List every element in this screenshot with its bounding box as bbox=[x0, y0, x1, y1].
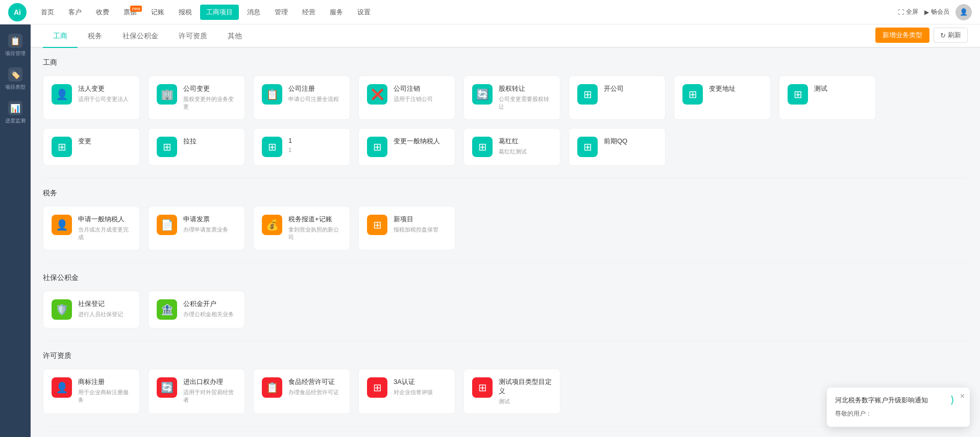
card-text-1-0: 申请一般纳税人当月或次月成变更完成 bbox=[78, 215, 131, 242]
card-name-3-3: 3A认证 bbox=[394, 377, 447, 387]
card-item-0-12[interactable]: ⊞葛红红葛红红测试 bbox=[463, 128, 560, 166]
nav-item-票据[interactable]: 票据new bbox=[117, 5, 143, 20]
avatar[interactable]: 👤 bbox=[955, 4, 972, 20]
card-item-3-1[interactable]: 🔄进出口权办理适用于对外贸易经营者 bbox=[148, 369, 245, 414]
card-item-0-10[interactable]: ⊞11 bbox=[253, 128, 350, 166]
card-name-0-8: 变更 bbox=[78, 137, 131, 146]
card-item-2-0[interactable]: 🛡️社保登记进行人员社保登记 bbox=[43, 291, 140, 328]
card-item-0-5[interactable]: ⊞开公司 bbox=[569, 75, 666, 120]
card-text-3-4: 测试项目类型目定义测试 bbox=[499, 377, 552, 405]
card-desc-0-10: 1 bbox=[288, 146, 341, 154]
notification-close-btn[interactable]: × bbox=[960, 392, 965, 401]
nav-item-首页[interactable]: 首页 bbox=[35, 5, 60, 20]
card-name-3-1: 进出口权办理 bbox=[183, 377, 236, 387]
logo[interactable]: Ai bbox=[8, 3, 27, 21]
tab-税务[interactable]: 税务 bbox=[78, 24, 112, 48]
tab-工商[interactable]: 工商 bbox=[43, 24, 78, 48]
tabs-bar: 工商税务社保公积金许可资质其他 新增业务类型 ↻ 刷新 bbox=[31, 24, 980, 48]
card-name-1-2: 税务报道+记账 bbox=[288, 215, 341, 224]
cards-grid-1: 👤申请一般纳税人当月或次月成变更完成📄申请发票办理申请发票业务💰税务报道+记账拿… bbox=[43, 206, 968, 250]
card-icon-0-10: ⊞ bbox=[262, 137, 282, 157]
card-item-0-11[interactable]: ⊞变更一般纳税人 bbox=[358, 128, 455, 166]
card-item-3-2[interactable]: 📋食品经营许可证办理食品经营许可证 bbox=[253, 369, 350, 414]
card-item-0-0[interactable]: 👤法人变更适用于公司变更法人 bbox=[43, 75, 140, 120]
nav-item-工商项目[interactable]: 工商项目 bbox=[200, 5, 239, 20]
card-item-3-4[interactable]: ⊞测试项目类型目定义测试 bbox=[463, 369, 560, 414]
card-icon-0-11: ⊞ bbox=[367, 137, 387, 157]
main-content: 工商税务社保公积金许可资质其他 新增业务类型 ↻ 刷新 工商👤法人变更适用于公司… bbox=[31, 24, 980, 437]
card-item-0-3[interactable]: ❌公司注销适用于注销公司 bbox=[358, 75, 455, 120]
nav-item-报税[interactable]: 报税 bbox=[173, 5, 198, 20]
notification-title: 河北税务数字账户升级影响通知 bbox=[835, 396, 962, 405]
nav-item-服务[interactable]: 服务 bbox=[324, 5, 349, 20]
card-item-2-1[interactable]: 🏦公积金开户办理公积金相关业务 bbox=[148, 291, 245, 328]
card-desc-2-1: 办理公积金相关业务 bbox=[183, 311, 236, 318]
card-item-1-1[interactable]: 📄申请发票办理申请发票业务 bbox=[148, 206, 245, 250]
nav-item-客户[interactable]: 客户 bbox=[62, 5, 88, 20]
card-desc-0-0: 适用于公司变更法人 bbox=[78, 95, 131, 103]
section-title-2: 社保公积金 bbox=[43, 273, 968, 282]
nav-item-收费[interactable]: 收费 bbox=[90, 5, 115, 20]
refresh-button[interactable]: ↻ 刷新 bbox=[934, 28, 968, 43]
card-text-1-1: 申请发票办理申请发票业务 bbox=[183, 215, 236, 234]
card-item-0-9[interactable]: ⊞拉拉 bbox=[148, 128, 245, 166]
new-type-button[interactable]: 新增业务类型 bbox=[875, 28, 929, 43]
card-item-0-13[interactable]: ⊞前期QQ bbox=[569, 128, 666, 166]
card-text-1-2: 税务报道+记账拿到营业执照的新公司 bbox=[288, 215, 341, 242]
card-icon-0-5: ⊞ bbox=[577, 84, 598, 105]
card-icon-1-2: 💰 bbox=[262, 215, 282, 235]
fullscreen-btn[interactable]: ⛶ 全屏 bbox=[898, 8, 918, 16]
card-text-0-2: 公司注册申请公司注册全流程 bbox=[288, 84, 341, 103]
card-name-0-12: 葛红红 bbox=[499, 137, 552, 146]
member-btn[interactable]: ▶ 畅会员 bbox=[924, 8, 949, 16]
cards-grid-2: 🛡️社保登记进行人员社保登记🏦公积金开户办理公积金相关业务 bbox=[43, 291, 968, 328]
cards-grid-0: 👤法人变更适用于公司变更法人🏢公司变更股权变更外的业务变更📋公司注册申请公司注册… bbox=[43, 75, 968, 166]
nav-item-消息[interactable]: 消息 bbox=[241, 5, 266, 20]
card-desc-1-3: 报税加税控盘保管 bbox=[394, 226, 447, 234]
card-name-0-13: 前期QQ bbox=[604, 137, 657, 146]
card-item-3-0[interactable]: 👤商标注册用于企业商标注册服务 bbox=[43, 369, 140, 414]
notification-body: 尊敬的用户： bbox=[835, 409, 962, 419]
card-name-2-1: 公积金开户 bbox=[183, 299, 236, 309]
card-icon-0-8: ⊞ bbox=[52, 137, 72, 157]
tab-其他[interactable]: 其他 bbox=[217, 24, 252, 48]
tab-社保公积金[interactable]: 社保公积金 bbox=[112, 24, 168, 48]
sidebar-item-2[interactable]: 📊 进度监测 bbox=[0, 96, 31, 130]
card-name-1-0: 申请一般纳税人 bbox=[78, 215, 131, 224]
nav-item-经营[interactable]: 经营 bbox=[296, 5, 322, 20]
sidebar-item-1[interactable]: 🏷️ 项目类型 bbox=[0, 62, 31, 96]
card-item-1-2[interactable]: 💰税务报道+记账拿到营业执照的新公司 bbox=[253, 206, 350, 250]
card-icon-0-13: ⊞ bbox=[577, 137, 598, 157]
sidebar-icon-1: 🏷️ bbox=[8, 67, 22, 82]
card-item-0-1[interactable]: 🏢公司变更股权变更外的业务变更 bbox=[148, 75, 245, 120]
card-item-0-7[interactable]: ⊞测试 bbox=[779, 75, 876, 120]
nav-item-设置[interactable]: 设置 bbox=[351, 5, 377, 20]
section-divider-0 bbox=[43, 178, 968, 178]
card-text-0-5: 开公司 bbox=[604, 84, 657, 95]
card-icon-0-0: 👤 bbox=[52, 84, 72, 105]
sidebar-item-0[interactable]: 📋 项目管理 bbox=[0, 29, 31, 62]
card-item-0-8[interactable]: ⊞变更 bbox=[43, 128, 140, 166]
card-name-0-9: 拉拉 bbox=[183, 137, 236, 146]
card-item-1-0[interactable]: 👤申请一般纳税人当月或次月成变更完成 bbox=[43, 206, 140, 250]
card-desc-2-0: 进行人员社保登记 bbox=[78, 311, 131, 318]
tab-许可资质[interactable]: 许可资质 bbox=[168, 24, 217, 48]
card-item-0-4[interactable]: 🔄股权转让公司变更需要股权转让 bbox=[463, 75, 560, 120]
section-title-3: 许可资质 bbox=[43, 351, 968, 361]
card-item-0-2[interactable]: 📋公司注册申请公司注册全流程 bbox=[253, 75, 350, 120]
avatar-icon: 👤 bbox=[960, 8, 968, 16]
nav-item-记账[interactable]: 记账 bbox=[145, 5, 170, 20]
card-text-3-3: 3A认证对企业信誉评级 bbox=[394, 377, 447, 396]
card-item-0-6[interactable]: ⊞变更地址 bbox=[674, 75, 771, 120]
card-desc-0-3: 适用于注销公司 bbox=[394, 95, 447, 103]
card-icon-0-7: ⊞ bbox=[788, 84, 808, 105]
card-icon-3-1: 🔄 bbox=[157, 377, 177, 398]
nav-item-管理[interactable]: 管理 bbox=[268, 5, 294, 20]
card-text-3-2: 食品经营许可证办理食品经营许可证 bbox=[288, 377, 341, 396]
card-text-0-3: 公司注销适用于注销公司 bbox=[394, 84, 447, 103]
card-item-3-3[interactable]: ⊞3A认证对企业信誉评级 bbox=[358, 369, 455, 414]
sidebar-label-0: 项目管理 bbox=[5, 50, 26, 57]
card-icon-2-1: 🏦 bbox=[157, 299, 177, 320]
card-item-1-3[interactable]: ⊞新项目报税加税控盘保管 bbox=[358, 206, 455, 250]
notification-popup: × 河北税务数字账户升级影响通知 尊敬的用户： ⟩ bbox=[827, 388, 970, 427]
